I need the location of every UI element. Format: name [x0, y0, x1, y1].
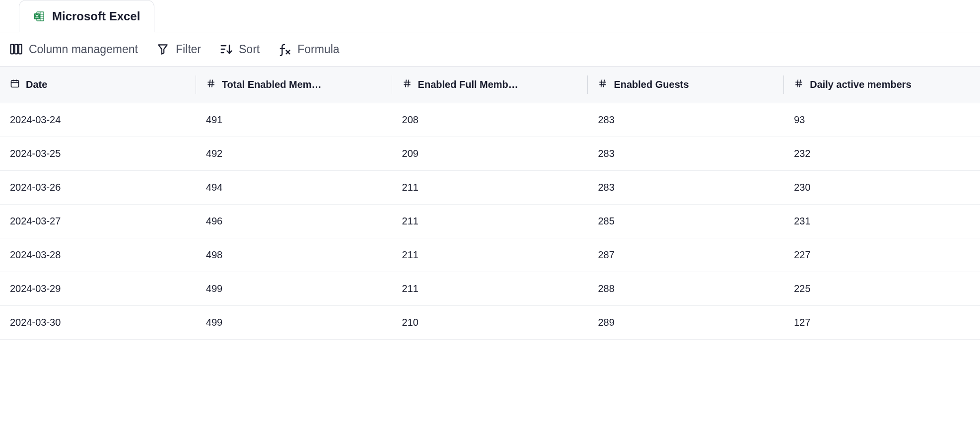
col-header-guests[interactable]: Enabled Guests	[588, 67, 784, 103]
data-table-wrap: Date Total Enabled Mem…	[0, 67, 980, 340]
cell-full[interactable]: 211	[392, 238, 588, 272]
table-header-row: Date Total Enabled Mem…	[0, 67, 980, 103]
data-table: Date Total Enabled Mem…	[0, 67, 980, 340]
table-row[interactable]: 2024-03-27496211285231	[0, 205, 980, 238]
table-row[interactable]: 2024-03-28498211287227	[0, 238, 980, 272]
cell-full[interactable]: 210	[392, 306, 588, 340]
cell-full[interactable]: 211	[392, 272, 588, 306]
column-management-button[interactable]: Column management	[9, 42, 138, 56]
cell-daily[interactable]: 225	[784, 272, 980, 306]
cell-total[interactable]: 494	[196, 171, 392, 205]
col-header-label: Total Enabled Mem…	[222, 79, 322, 90]
columns-icon	[9, 42, 23, 56]
cell-full[interactable]: 211	[392, 171, 588, 205]
sort-button[interactable]: Sort	[219, 42, 260, 56]
col-header-label: Date	[26, 79, 47, 90]
tab-label: Microsoft Excel	[52, 9, 140, 23]
hash-icon	[598, 78, 608, 91]
cell-full[interactable]: 208	[392, 103, 588, 137]
svg-line-23	[211, 80, 212, 87]
tab-microsoft-excel[interactable]: Microsoft Excel	[19, 0, 154, 32]
cell-daily[interactable]: 227	[784, 238, 980, 272]
col-header-label: Enabled Guests	[614, 79, 689, 90]
formula-icon	[278, 42, 291, 56]
col-header-total-enabled[interactable]: Total Enabled Mem…	[196, 67, 392, 103]
col-header-full-members[interactable]: Enabled Full Memb…	[392, 67, 588, 103]
filter-button[interactable]: Filter	[156, 42, 201, 56]
cell-date[interactable]: 2024-03-29	[0, 272, 196, 306]
toolbar: Column management Filter Sort	[0, 32, 980, 67]
svg-rect-16	[11, 80, 19, 87]
cell-date[interactable]: 2024-03-28	[0, 238, 196, 272]
hash-icon	[794, 78, 804, 91]
cell-full[interactable]: 211	[392, 205, 588, 238]
cell-guests[interactable]: 283	[588, 137, 784, 171]
table-row[interactable]: 2024-03-29499211288225	[0, 272, 980, 306]
svg-rect-8	[19, 45, 22, 54]
cell-date[interactable]: 2024-03-27	[0, 205, 196, 238]
svg-line-27	[408, 80, 409, 87]
column-management-label: Column management	[29, 43, 138, 56]
table-row[interactable]: 2024-03-2449120828393	[0, 103, 980, 137]
formula-label: Formula	[297, 43, 339, 56]
table-body: 2024-03-24491208283932024-03-25492209283…	[0, 103, 980, 340]
cell-guests[interactable]: 287	[588, 238, 784, 272]
svg-line-34	[797, 80, 798, 87]
col-header-label: Daily active members	[810, 79, 911, 90]
cell-full[interactable]: 209	[392, 137, 588, 171]
cell-daily[interactable]: 232	[784, 137, 980, 171]
filter-icon	[156, 42, 170, 56]
sort-icon	[219, 42, 233, 56]
cell-daily[interactable]: 93	[784, 103, 980, 137]
svg-line-31	[604, 80, 605, 87]
table-row[interactable]: 2024-03-30499210289127	[0, 306, 980, 340]
table-row[interactable]: 2024-03-26494211283230	[0, 171, 980, 205]
tab-bar: Microsoft Excel	[0, 0, 980, 32]
hash-icon	[402, 78, 412, 91]
cell-daily[interactable]: 127	[784, 306, 980, 340]
svg-line-30	[601, 80, 602, 87]
cell-total[interactable]: 496	[196, 205, 392, 238]
svg-rect-6	[11, 45, 14, 54]
cell-date[interactable]: 2024-03-26	[0, 171, 196, 205]
table-row[interactable]: 2024-03-25492209283232	[0, 137, 980, 171]
calendar-icon	[10, 78, 20, 91]
cell-total[interactable]: 499	[196, 272, 392, 306]
cell-guests[interactable]: 288	[588, 272, 784, 306]
cell-guests[interactable]: 283	[588, 171, 784, 205]
sort-label: Sort	[239, 43, 260, 56]
hash-icon	[206, 78, 216, 91]
cell-date[interactable]: 2024-03-24	[0, 103, 196, 137]
svg-line-35	[800, 80, 801, 87]
cell-guests[interactable]: 283	[588, 103, 784, 137]
col-header-label: Enabled Full Memb…	[418, 79, 518, 90]
excel-icon	[33, 10, 45, 22]
cell-total[interactable]: 499	[196, 306, 392, 340]
cell-total[interactable]: 491	[196, 103, 392, 137]
cell-daily[interactable]: 230	[784, 171, 980, 205]
cell-guests[interactable]: 289	[588, 306, 784, 340]
svg-rect-7	[15, 45, 18, 54]
col-header-date[interactable]: Date	[0, 67, 196, 103]
svg-line-26	[405, 80, 406, 87]
cell-total[interactable]: 498	[196, 238, 392, 272]
cell-date[interactable]: 2024-03-25	[0, 137, 196, 171]
svg-line-22	[209, 80, 210, 87]
formula-button[interactable]: Formula	[278, 42, 339, 56]
cell-daily[interactable]: 231	[784, 205, 980, 238]
cell-total[interactable]: 492	[196, 137, 392, 171]
cell-date[interactable]: 2024-03-30	[0, 306, 196, 340]
col-header-daily-active[interactable]: Daily active members	[784, 67, 980, 103]
cell-guests[interactable]: 285	[588, 205, 784, 238]
filter-label: Filter	[176, 43, 201, 56]
